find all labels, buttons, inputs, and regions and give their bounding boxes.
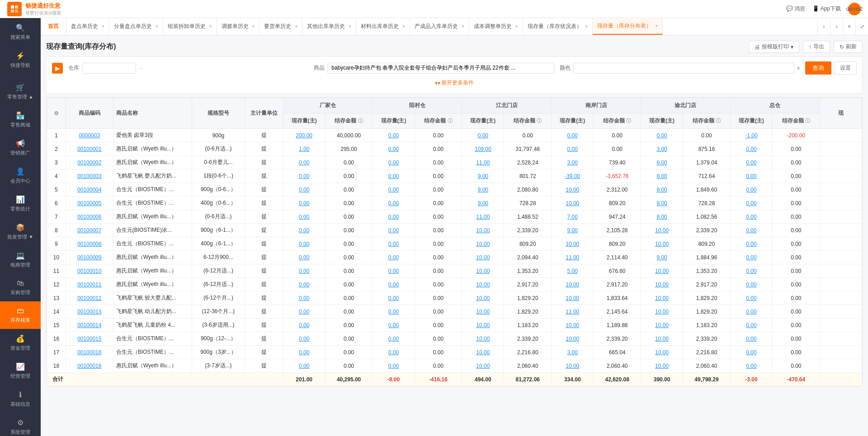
cell-zc-qty[interactable]: 0.00 [730,156,772,169]
cell-zc-qty[interactable]: 0.00 [730,264,772,278]
message-btn[interactable]: 💬 消息 [786,5,805,13]
sidebar-item-purchase[interactable]: 🛍 采购管理 [0,274,41,301]
cell-mc-qty[interactable]: 0.00 [373,197,415,210]
sidebar-item-ecom[interactable]: 💻 电商管理 [0,246,41,274]
query-btn[interactable]: 查询 [805,61,831,75]
cell-mc-qty[interactable]: 0.00 [373,156,415,169]
cell-code[interactable]: 00100001 [66,142,113,156]
sidebar-item-mall[interactable]: 🏪 零售商城 [0,106,41,134]
cell-yb-qty[interactable]: 10.00 [641,291,683,305]
tab-inventory-dist[interactable]: 现存量（库存分布表） × [593,18,663,35]
expand-conditions-btn[interactable]: ▾▾ 展开更多条件 [431,77,477,89]
sidebar-item-base[interactable]: ℹ 基础信息 [0,385,41,413]
cell-mc-qty[interactable]: 0.00 [373,224,415,237]
cell-code[interactable]: 00100006 [66,210,113,224]
sidebar-item-retail-stat[interactable]: 📊 零售统计 [0,190,41,218]
sidebar-item-system[interactable]: ⚙ 系统管理 [0,413,41,436]
close-icon[interactable]: × [585,24,588,29]
cell-zc-qty[interactable]: 0.00 [730,278,772,291]
cell-code[interactable]: 00100004 [66,183,113,197]
cell-fj-qty[interactable]: 0.00 [283,224,325,237]
tab-fenpandian[interactable]: 分量盘点单历史 × [109,18,163,35]
export-btn[interactable]: ↑ 导出 [803,41,830,53]
cell-mc-qty[interactable]: 0.00 [373,359,415,373]
tab-inventory-status[interactable]: 现存量（库存状况表） × [523,18,593,35]
cell-mc-qty[interactable]: 0.00 [373,210,415,224]
cell-yb-qty[interactable]: 8.00 [641,169,683,183]
cell-jb-qty[interactable]: 10.00 [462,264,504,278]
sidebar-item-retail[interactable]: 🛒 零售管理 ▲ [0,78,41,106]
cell-na-qty[interactable]: 5.00 [552,264,594,278]
cell-fj-qty[interactable]: 0.00 [283,169,325,183]
cell-jb-qty[interactable]: 9.00 [462,197,504,210]
cell-mc-qty[interactable]: 0.00 [373,305,415,319]
cell-yb-qty[interactable]: 10.00 [641,305,683,319]
refresh-btn[interactable]: ↻ 刷新 [834,41,863,53]
cell-fj-qty[interactable]: 0.00 [283,346,325,359]
cell-jb-qty[interactable]: 10.00 [462,332,504,346]
cell-yb-qty[interactable]: 10.00 [641,264,683,278]
cell-fj-qty[interactable]: 200.00 [283,129,325,142]
cell-jb-qty[interactable]: 10.00 [462,359,504,373]
cell-fj-qty[interactable]: 0.00 [283,278,325,291]
cell-na-qty[interactable]: -39.00 [552,169,594,183]
cell-zc-qty[interactable]: 0.00 [730,169,772,183]
table-container[interactable]: ⚙ 商品编码 商品名称 规格型号 主计量单位 厂家仓 陌村仓 江北门店 南岸门店… [46,97,863,387]
cell-code[interactable]: 00100013 [66,305,113,319]
cell-na-qty[interactable]: 10.00 [552,278,594,291]
cell-na-qty[interactable]: 11.00 [552,251,594,264]
cell-code[interactable]: 00100016 [66,346,113,359]
cell-jb-qty[interactable]: 9.00 [462,183,504,197]
th-settings[interactable]: ⚙ [47,98,66,129]
sidebar-item-search[interactable]: 🔍 搜索英单 [0,18,41,46]
cell-mc-qty[interactable]: 0.00 [373,319,415,332]
close-icon[interactable]: × [515,24,518,29]
cell-yb-qty[interactable]: 10.00 [641,278,683,291]
cell-na-qty[interactable]: 3.00 [552,156,594,169]
tab-diaobuo[interactable]: 调拨单历史 × [217,18,260,35]
cell-fj-qty[interactable]: 0.00 [283,197,325,210]
close-icon[interactable]: × [349,24,351,29]
cell-zc-qty[interactable]: 0.00 [730,359,772,373]
tab-nav-expand[interactable]: ⤢ [855,18,868,35]
tab-yaohuo[interactable]: 要货单历史 × [259,18,302,35]
cell-fj-qty[interactable]: 0.00 [283,251,325,264]
cell-mc-qty[interactable]: 0.00 [373,346,415,359]
cell-yb-qty[interactable]: 8.00 [641,210,683,224]
cell-zc-qty[interactable]: 0.00 [730,319,772,332]
cell-fj-qty[interactable]: 0.00 [283,237,325,251]
close-icon[interactable]: × [209,24,212,29]
cell-jb-qty[interactable]: 11.00 [462,210,504,224]
cell-zc-qty[interactable]: 0.00 [730,142,772,156]
cell-na-qty[interactable]: 10.00 [552,237,594,251]
cell-na-qty[interactable]: 11.00 [552,305,594,319]
close-icon[interactable]: × [102,24,104,29]
cell-zc-qty[interactable]: 0.00 [730,237,772,251]
sidebar-item-member[interactable]: 👤 会员中心 [0,162,41,190]
cell-jb-qty[interactable]: 10.00 [462,291,504,305]
cell-fj-qty[interactable]: 0.00 [283,264,325,278]
cell-jb-qty[interactable]: 10.00 [462,319,504,332]
cell-yb-qty[interactable]: 10.00 [641,359,683,373]
info-icon[interactable]: ⓘ [805,118,810,123]
tab-nav-close[interactable]: × [843,18,855,35]
cell-zc-qty[interactable]: 0.00 [730,224,772,237]
cell-na-qty[interactable]: 10.00 [552,332,594,346]
cell-zc-qty[interactable]: 0.00 [730,305,772,319]
cell-yb-qty[interactable]: 9.00 [641,197,683,210]
cell-jb-qty[interactable]: 11.00 [462,156,504,169]
cell-code[interactable]: 00100011 [66,278,113,291]
cell-zc-qty[interactable]: 0.00 [730,210,772,224]
cell-yb-qty[interactable]: 10.00 [641,237,683,251]
cell-na-qty[interactable]: 10.00 [552,183,594,197]
cell-yb-qty[interactable]: 10.00 [641,224,683,237]
tab-cost[interactable]: 成本调整单历史 × [469,18,523,35]
cell-zc-qty[interactable]: 0.00 [730,291,772,305]
cell-code[interactable]: 00100008 [66,237,113,251]
cell-na-qty[interactable]: 10.00 [552,359,594,373]
cell-mc-qty[interactable]: 0.00 [373,251,415,264]
cell-na-qty[interactable]: 10.00 [552,319,594,332]
cell-fj-qty[interactable]: 0.00 [283,210,325,224]
cell-na-qty[interactable]: 10.00 [552,291,594,305]
cell-code[interactable]: 00100015 [66,332,113,346]
